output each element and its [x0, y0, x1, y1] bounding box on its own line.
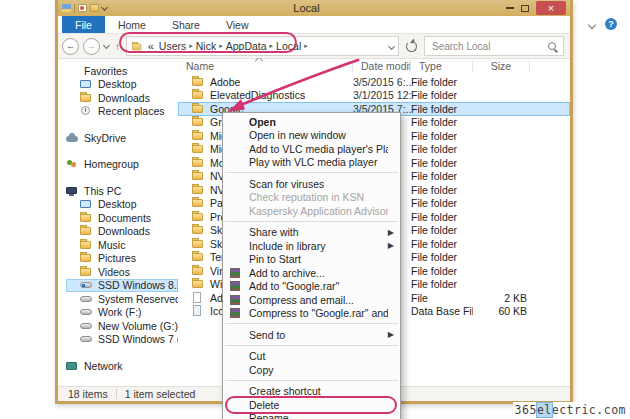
submenu-arrow-icon: ▶: [388, 241, 394, 250]
sidebar-item[interactable]: Music: [66, 238, 178, 252]
sidebar-item[interactable]: Downloads: [66, 225, 178, 239]
sidebar-item[interactable]: Recent places: [66, 105, 178, 119]
context-menu-item[interactable]: Add to "Google.rar" ▶: [223, 280, 400, 294]
column-header-name[interactable]: Name: [178, 60, 353, 72]
context-menu-item[interactable]: Copy ▶: [223, 363, 400, 377]
collapse-ribbon-chevron-icon[interactable]: [588, 21, 596, 29]
help-icon[interactable]: ?: [605, 18, 617, 30]
properties-icon[interactable]: [78, 4, 87, 12]
back-button[interactable]: ←: [62, 38, 79, 55]
file-type: File folder: [411, 76, 473, 88]
context-menu-item[interactable]: Compress and email... ▶: [223, 293, 400, 307]
cloud-icon: [66, 132, 79, 144]
column-header-size[interactable]: Size: [473, 60, 530, 72]
maximize-button[interactable]: [521, 5, 529, 12]
file-type: File folder: [411, 89, 473, 101]
file-type: File folder: [411, 211, 473, 223]
sidebar-item[interactable]: System Reserved (D:): [66, 292, 178, 306]
close-button[interactable]: ×: [536, 1, 566, 15]
file-type: File folder: [411, 224, 473, 236]
context-menu-item[interactable]: Open ▶: [223, 115, 400, 129]
context-menu-item[interactable]: Compress to "Google.rar" and email ▶: [223, 307, 400, 321]
search-input[interactable]: [430, 40, 547, 53]
context-menu-item[interactable]: Rename ▶: [223, 412, 400, 419]
breadcrumb-item[interactable]: Nick: [195, 40, 217, 52]
sidebar-item[interactable]: Documents: [66, 211, 178, 225]
ribbon-tab[interactable]: Home: [105, 16, 159, 33]
context-menu-item[interactable]: Open in new window ▶: [223, 129, 400, 143]
context-menu-item[interactable]: Play with VLC media player ▶: [223, 156, 400, 170]
breadcrumb-separator-icon[interactable]: ▸: [217, 42, 225, 50]
context-menu-item[interactable]: Add to VLC media player's Playlist ▶: [223, 142, 400, 156]
sidebar-item[interactable]: This PC: [66, 184, 178, 198]
search-icon[interactable]: [547, 41, 558, 52]
recent-locations-chevron-icon[interactable]: [103, 41, 110, 48]
submenu-arrow-icon: ▶: [388, 228, 394, 237]
db-file-icon: [192, 305, 205, 317]
refresh-icon[interactable]: [406, 41, 417, 52]
context-menu-item[interactable]: Include in library ▶: [223, 239, 400, 253]
context-menu-item[interactable]: Cut ▶: [223, 350, 400, 364]
breadcrumb-separator-icon[interactable]: ▸: [187, 42, 195, 50]
folder-icon: [192, 238, 205, 250]
drive-icon: [80, 320, 93, 332]
breadcrumb-separator-icon[interactable]: ▸: [302, 42, 310, 50]
column-header-date[interactable]: Date modifi...: [353, 60, 411, 72]
folder-icon: [132, 41, 143, 50]
sidebar-item[interactable]: New Volume (G:): [66, 319, 178, 333]
new-folder-icon[interactable]: [90, 4, 99, 12]
star-icon: [66, 65, 79, 77]
up-button[interactable]: ↑: [115, 41, 120, 52]
sidebar-item[interactable]: SSD Windows 8.1 (C:): [66, 279, 178, 293]
selection-count: 1 item selected: [125, 388, 196, 400]
search-box[interactable]: [424, 36, 564, 56]
sidebar-item[interactable]: Videos: [66, 265, 178, 279]
context-menu-item[interactable]: Kaspersky Application Advisor ▶: [223, 204, 400, 218]
minimize-button[interactable]: [506, 7, 514, 9]
ribbon-tab[interactable]: File: [62, 16, 105, 33]
context-menu-item[interactable]: Check reputation in KSN ▶: [223, 191, 400, 205]
recent-places-icon: [80, 105, 93, 117]
sidebar-item[interactable]: Homegroup: [66, 158, 178, 172]
context-menu-item[interactable]: Delete ▶: [223, 398, 400, 412]
sidebar-item[interactable]: Downloads: [66, 91, 178, 105]
folder-icon: [192, 211, 205, 223]
column-headers: Name Date modifi... Type Size: [178, 58, 570, 74]
folder-icon: [192, 197, 205, 209]
file-type: File folder: [411, 157, 473, 169]
breadcrumb-item[interactable]: Local: [275, 40, 302, 52]
breadcrumb: Users ▸ Nick ▸ AppData ▸ Local: [158, 40, 310, 52]
breadcrumb-separator-icon[interactable]: ▸: [268, 42, 276, 50]
context-menu-item[interactable]: Create shortcut ▶: [223, 385, 400, 399]
breadcrumb-item[interactable]: Users: [158, 40, 187, 52]
address-breadcrumb-box[interactable]: « Users ▸ Nick ▸ AppData ▸: [126, 36, 399, 56]
sidebar-item[interactable]: SSD Windows 7 (H:): [66, 333, 178, 347]
sidebar-item[interactable]: Pictures: [66, 252, 178, 266]
context-menu-item[interactable]: Send to ▶: [223, 328, 400, 342]
breadcrumb-item[interactable]: AppData: [225, 40, 268, 52]
address-dropdown-chevron-icon[interactable]: [388, 42, 395, 49]
ribbon-tab[interactable]: Share: [159, 16, 213, 33]
context-menu-item[interactable]: Add to archive... ▶: [223, 266, 400, 280]
network-icon: [66, 360, 79, 372]
file-row[interactable]: Adobe 3/5/2015 6:... File folder: [178, 75, 570, 89]
file-row[interactable]: ElevatedDiagnostics 3/1/2015 12:... File…: [178, 89, 570, 103]
file-type: File folder: [411, 103, 473, 115]
folder-icon: [192, 103, 205, 115]
sidebar-item[interactable]: Favorites: [66, 64, 178, 78]
context-menu-item[interactable]: Scan for viruses ▶: [223, 177, 400, 191]
sidebar-item[interactable]: Desktop: [66, 198, 178, 212]
sidebar-item[interactable]: Desktop: [66, 78, 178, 92]
sidebar-item[interactable]: Network: [66, 359, 178, 373]
items-count: 18 items: [68, 388, 108, 400]
context-menu-item[interactable]: Pin to Start ▶: [223, 253, 400, 267]
file-type: File folder: [411, 170, 473, 182]
forward-button[interactable]: →: [83, 38, 100, 55]
context-menu-item[interactable]: Share with ▶: [223, 226, 400, 240]
ribbon-tab[interactable]: View: [213, 16, 262, 33]
sidebar-item[interactable]: Work (F:): [66, 306, 178, 320]
column-header-type[interactable]: Type: [411, 60, 473, 72]
file-type: Data Base File: [411, 305, 473, 317]
folder-icon: [192, 278, 205, 290]
sidebar-item[interactable]: SkyDrive: [66, 131, 178, 145]
